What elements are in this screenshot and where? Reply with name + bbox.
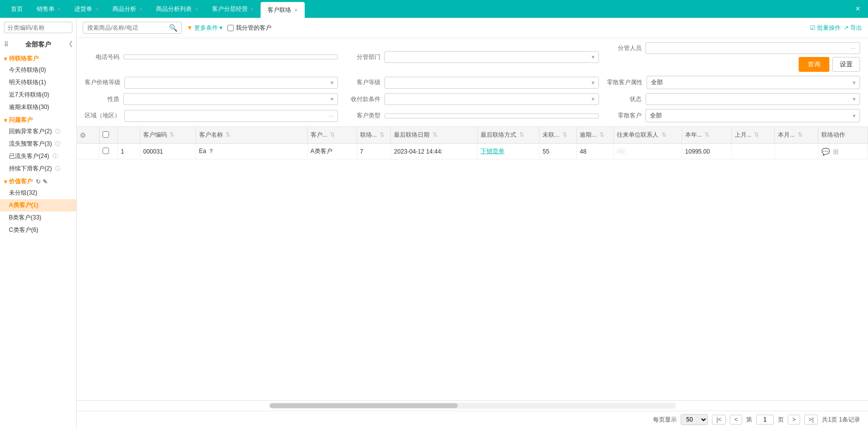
col-contact[interactable]: 联络... ⇅ [357, 127, 391, 144]
more-filters-btn[interactable]: ▼ 更多条件 ▾ [187, 24, 222, 32]
edit-icon[interactable]: ✎ [43, 178, 48, 185]
cell-checkbox[interactable] [99, 144, 118, 160]
sidebar-today-contact[interactable]: 今天待联络(0) [0, 64, 76, 76]
sidebar-tomorrow-contact[interactable]: 明天待联络(1) [0, 76, 76, 89]
col-last-date[interactable]: 最后联络日期 ⇅ [391, 127, 478, 144]
group-problem-customers[interactable]: ▾ 问题客户 [0, 113, 76, 125]
sidebar-declining[interactable]: 持续下滑客户(2) ⓘ [0, 162, 76, 175]
filter-phone-input[interactable] [123, 54, 338, 59]
contact2-blurred: RE . [617, 148, 628, 155]
col-gear[interactable]: ⚙ [77, 127, 99, 144]
sort-this-year[interactable]: ⇅ [705, 131, 709, 138]
nav-sales[interactable]: 销售单 × [30, 0, 67, 18]
close-contact-tab[interactable]: × [294, 7, 297, 13]
settings-btn[interactable]: 设置 [832, 57, 860, 72]
sidebar-collapse-btn[interactable]: 《 [65, 40, 72, 49]
col-level[interactable]: 客户... ⇅ [307, 127, 357, 144]
col-last-method[interactable]: 最后联络方式 ⇅ [478, 127, 540, 144]
nav-purchase[interactable]: 进货单 × [67, 0, 105, 18]
nav-home[interactable]: 首页 [4, 0, 30, 18]
sidebar-all-customers[interactable]: ⠿ 全部客户 《 [0, 37, 76, 52]
sort-contact[interactable]: ⇅ [380, 131, 384, 138]
sidebar-7days-contact[interactable]: 近7天待联络(0) [0, 89, 76, 101]
prev-page-btn[interactable]: < [730, 415, 742, 425]
sidebar-class-a[interactable]: A类客户(1) [0, 199, 76, 212]
group-value-customers[interactable]: ▾ 价值客户 ↻ ✎ [0, 175, 76, 187]
sidebar-class-c[interactable]: C类客户(6) [0, 224, 76, 236]
nav-product-analysis[interactable]: 商品分析 × [106, 0, 149, 18]
row-checkbox[interactable] [103, 148, 109, 154]
nav-customer-contact[interactable]: 客户联络 × [261, 2, 304, 18]
sort-this-month[interactable]: ⇅ [798, 131, 803, 138]
gear-icon[interactable]: ⚙ [80, 131, 86, 139]
my-customers-checkbox-label[interactable]: 我分管的客户 [227, 24, 271, 32]
main-search-icon[interactable]: 🔍 [169, 24, 177, 32]
filter-nature-select[interactable]: ▾ [123, 93, 338, 105]
last-page-btn[interactable]: >| [804, 415, 818, 425]
sidebar-class-b[interactable]: B类客户(33) [0, 212, 76, 224]
sort-level[interactable]: ⇅ [330, 131, 335, 138]
sort-last-method[interactable]: ⇅ [519, 131, 524, 138]
sort-last-month[interactable]: ⇅ [754, 131, 759, 138]
nav-analysis-list[interactable]: 商品分析列表 × [149, 0, 205, 18]
export-btn[interactable]: ↗ 导出 [844, 24, 862, 32]
close-tier-tab[interactable]: × [251, 6, 254, 12]
refresh-icon[interactable]: ↻ [36, 178, 41, 185]
sort-overdue[interactable]: ⇅ [599, 131, 604, 138]
query-btn[interactable]: 查询 [799, 57, 829, 72]
col-contact2[interactable]: 往来单位联系人 ⇅ [614, 127, 682, 144]
sidebar-overdue-contact[interactable]: 逾期未联络(30) [0, 101, 76, 113]
col-uncontact[interactable]: 未联... ⇅ [540, 127, 577, 144]
sort-contact2[interactable]: ⇅ [661, 131, 666, 138]
filter-customer-level-select[interactable]: ▾ [384, 77, 599, 89]
scroll-thumb[interactable] [270, 403, 458, 408]
filter-manager-input[interactable]: ··· [646, 42, 860, 54]
col-overdue[interactable]: 逾期... ⇅ [577, 127, 614, 144]
filter-price-level-select[interactable]: ▾ [124, 77, 338, 89]
close-purchase-tab[interactable]: × [95, 6, 98, 12]
col-this-year[interactable]: 本年... ⇅ [682, 127, 731, 144]
last-method-link[interactable]: 下销货单 [481, 148, 504, 155]
nav-customer-tier[interactable]: 客户分层经营 × [205, 0, 261, 18]
close-sales-tab[interactable]: × [57, 6, 60, 12]
sidebar-search-input[interactable] [7, 24, 77, 31]
select-all-checkbox[interactable] [103, 131, 109, 138]
col-name[interactable]: 客户名称 ⇅ [196, 127, 307, 144]
sort-last-date[interactable]: ⇅ [433, 131, 437, 138]
main-search-input[interactable] [87, 24, 169, 31]
col-this-month[interactable]: 本月... ⇅ [775, 127, 818, 144]
sidebar-search-box[interactable]: 🔍 [4, 22, 72, 33]
sidebar-churn-warning[interactable]: 流失预警客户(3) ⓘ [0, 138, 76, 150]
sidebar-repurchase-abnormal[interactable]: 回购异常客户(2) ⓘ [0, 125, 76, 138]
sort-code[interactable]: ⇅ [169, 131, 174, 138]
first-page-btn[interactable]: |< [712, 415, 726, 425]
main-search-box[interactable]: 🔍 [83, 22, 182, 34]
sort-uncontact[interactable]: ⇅ [562, 131, 567, 138]
filter-region-input[interactable]: ··· [124, 110, 338, 122]
page-number-input[interactable] [756, 415, 774, 425]
my-customers-checkbox[interactable] [227, 25, 234, 31]
cell-last-method[interactable]: 下销货单 [478, 144, 540, 160]
group-pending-contact[interactable]: ▾ 待联络客户 [0, 52, 76, 64]
filter-dept-select[interactable]: ▾ [384, 51, 599, 63]
filter-retail-attr-select[interactable]: 全部▾ [647, 76, 860, 89]
scroll-track[interactable] [270, 403, 676, 409]
batch-op-btn[interactable]: ☑ 批量操作 [810, 24, 841, 32]
sidebar-ungrouped[interactable]: 未分组(32) [0, 187, 76, 199]
per-page-select[interactable]: 50 100 200 [681, 414, 708, 425]
filter-status-select[interactable]: ▾ [646, 93, 860, 105]
filter-customer-type-input[interactable] [384, 113, 599, 118]
col-last-month[interactable]: 上月... ⇅ [731, 127, 775, 144]
close-all-btn[interactable]: × [852, 4, 864, 13]
sidebar-churned[interactable]: 已流失客户(24) ⓘ [0, 150, 76, 162]
next-page-btn[interactable]: > [788, 415, 800, 425]
filter-retail-select[interactable]: 全部▾ [646, 109, 860, 122]
qrcode-icon[interactable]: ⊞ [833, 148, 839, 156]
col-code[interactable]: 客户编码 ⇅ [140, 127, 196, 144]
filter-payment-select[interactable]: ▾ [384, 93, 599, 105]
col-num [118, 127, 140, 144]
sort-name[interactable]: ⇅ [225, 131, 230, 138]
close-analysis-list-tab[interactable]: × [195, 6, 198, 12]
chat-icon[interactable]: 💬 [821, 148, 830, 156]
close-analysis-tab[interactable]: × [139, 6, 142, 12]
